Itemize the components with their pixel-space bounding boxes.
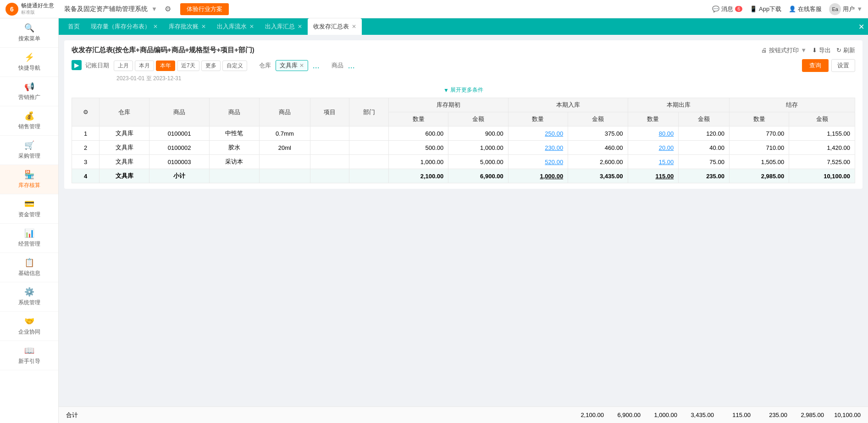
col-warehouse: 仓库 [100,98,149,126]
tab-inout-flow[interactable]: 出入库流水 ✕ [211,18,260,35]
subtotal-in-amt: 3,435.00 [568,169,628,183]
warehouse-more[interactable]: ... [313,61,320,70]
col-end-qty: 数量 [729,112,789,126]
total-open-qty: 2,100.00 [567,412,604,418]
cell-in-amt: 2,600.00 [568,155,628,169]
filter-content: 记账日期 上月 本月 本年 近7天 更多 自定义 仓库 文 [85,59,855,82]
action-bar-right: 🖨 按钮式打印 ▼ ⬇ 导出 ↻ 刷新 [761,46,855,55]
date-btn-last-month[interactable]: 上月 [114,60,133,71]
sidebar-item-inventory[interactable]: 🏪 库存核算 [0,165,58,194]
sidebar-item-sales[interactable]: 💰 销售管理 [0,106,58,136]
trial-button[interactable]: 体验行业方案 [180,3,229,15]
tab-inout-summary[interactable]: 出入库汇总 ✕ [260,18,308,35]
col-out-qty: 数量 [628,112,679,126]
total-in-amt: 3,435.00 [677,412,714,418]
cell-out-amt: 75.00 [679,155,730,169]
expand-row: ▼ 展开更多条件 [72,86,855,94]
table-row: 2 文具库 0100002 胶水 20ml 500.00 1,000.00 23… [72,141,855,155]
goods-more[interactable]: ... [348,61,355,70]
tab-home[interactable]: 首页 [62,18,85,35]
settings-button[interactable]: 设置 [831,59,855,72]
sidebar-label-inventory: 库存核算 [18,181,40,189]
cell-code: 0100002 [149,141,209,155]
cell-in-qty[interactable]: 230.00 [508,141,568,155]
sidebar-item-enterprise[interactable]: 🤝 企业协同 [0,312,58,341]
cell-in-qty[interactable]: 250.00 [508,126,568,141]
close-all-tabs[interactable]: ✕ [858,22,864,31]
export-button[interactable]: ⬇ 导出 [812,46,831,55]
user-item[interactable]: Ea 用户 ▼ [829,3,862,15]
sidebar-label-guide: 新手引导 [18,357,40,365]
goods-label: 商品 [332,61,343,70]
cell-warehouse: 文具库 [100,126,149,141]
tab-batch[interactable]: 库存批次账 ✕ [163,18,211,35]
col-no: ⚙ [72,98,100,126]
cell-in-qty[interactable]: 520.00 [508,155,568,169]
query-button[interactable]: 查询 [802,59,829,72]
cell-no: 2 [72,141,100,155]
warehouse-tag-close[interactable]: ✕ [299,62,304,69]
main-content: 首页 现存量（库存分布表） ✕ 库存批次账 ✕ 出入库流水 ✕ 出入库汇总 ✕ … [59,18,868,423]
cell-code: 0100001 [149,126,209,141]
sidebar-item-system[interactable]: ⚙️ 系统管理 [0,282,58,312]
date-btn-7days[interactable]: 近7天 [177,60,199,71]
tab-close-batch[interactable]: ✕ [201,23,206,30]
sidebar-item-purchase[interactable]: 🛒 采购管理 [0,136,58,165]
tab-close-inout-summary[interactable]: ✕ [298,23,302,30]
tab-inventory-dist[interactable]: 现存量（库存分布表） ✕ [85,18,163,35]
sidebar-item-basic[interactable]: 📋 基础信息 [0,253,58,282]
app-download-item[interactable]: 📱 App下载 [750,5,781,13]
settings-icon[interactable]: ⚙ [83,109,88,115]
print-icon: 🖨 [761,47,767,54]
message-item[interactable]: 💬 消息 6 [712,5,742,13]
tab-close-recv-summary[interactable]: ✕ [352,23,356,30]
system-dropdown-icon[interactable]: ▼ [151,5,157,12]
tab-close-inventory-dist[interactable]: ✕ [153,23,158,30]
online-service-item[interactable]: 👤 在线客服 [789,5,822,13]
sidebar-item-operations[interactable]: 📊 经营管理 [0,224,58,253]
cell-name: 胶水 [209,141,259,155]
warehouse-tag: 文具库 ✕ [276,60,308,71]
sidebar-item-finance[interactable]: 💳 资金管理 [0,194,58,224]
cell-warehouse: 文具库 [100,155,149,169]
total-end-amt: 10,100.00 [824,412,861,418]
gear-icon[interactable]: ⚙ [165,5,171,13]
cell-out-qty[interactable]: 80.00 [628,126,679,141]
refresh-icon: ↻ [836,47,841,54]
refresh-button[interactable]: ↻ 刷新 [836,46,855,55]
date-label: 记账日期 [85,61,109,70]
tab-recv-summary[interactable]: 收发存汇总表 ✕ [308,18,362,35]
sidebar-item-marketing[interactable]: 📢 营销推广 [0,77,58,106]
col-code: 商品 [149,98,209,126]
date-btn-custom[interactable]: 自定义 [222,60,247,71]
table-header-row1: ⚙ 仓库 商品 商品 商品 项目 部门 库存期初 本期入库 本期出库 结存 [72,98,855,112]
col-in-amt: 金额 [568,112,628,126]
tab-close-inout-flow[interactable]: ✕ [249,23,254,30]
cell-spec: 20ml [260,141,310,155]
cell-out-qty[interactable]: 20.00 [628,141,679,155]
total-in-qty: 1,000.00 [641,412,677,418]
sidebar-label-operations: 经营管理 [18,240,40,248]
date-btn-this-year[interactable]: 本年 [156,60,175,71]
cell-out-qty[interactable]: 15.00 [628,155,679,169]
cell-out-amt: 40.00 [679,141,730,155]
cell-dept [349,155,389,169]
cell-open-qty: 600.00 [388,126,448,141]
sidebar-item-quick[interactable]: ⚡ 快捷导航 [0,48,58,77]
col-open-qty: 数量 [388,112,448,126]
date-btn-this-month[interactable]: 本月 [135,60,154,71]
sidebar-item-search[interactable]: 🔍 搜索菜单 [0,18,58,48]
data-table: ⚙ 仓库 商品 商品 商品 项目 部门 库存期初 本期入库 本期出库 结存 [72,98,855,183]
col-group-end: 结存 [729,98,855,112]
print-button[interactable]: 🖨 按钮式打印 ▼ [761,46,807,55]
date-btn-more[interactable]: 更多 [201,60,221,71]
cell-end-qty: 1,505.00 [729,155,789,169]
expand-button[interactable]: ▼ 展开更多条件 [443,86,483,94]
logo-text: 畅捷通好生意 标准版 [21,2,54,16]
filter-toggle-button[interactable]: ▶ [72,60,82,70]
col-in-qty: 数量 [508,112,568,126]
system-name-text: 装备及固定资产辅助管理系统 [64,5,148,13]
col-group-in: 本期入库 [508,98,628,112]
subtotal-row: 4 文具库 小计 2,100.00 6,900.00 1,000.00 3,43… [72,169,855,183]
sidebar-item-guide[interactable]: 📖 新手引导 [0,341,58,370]
